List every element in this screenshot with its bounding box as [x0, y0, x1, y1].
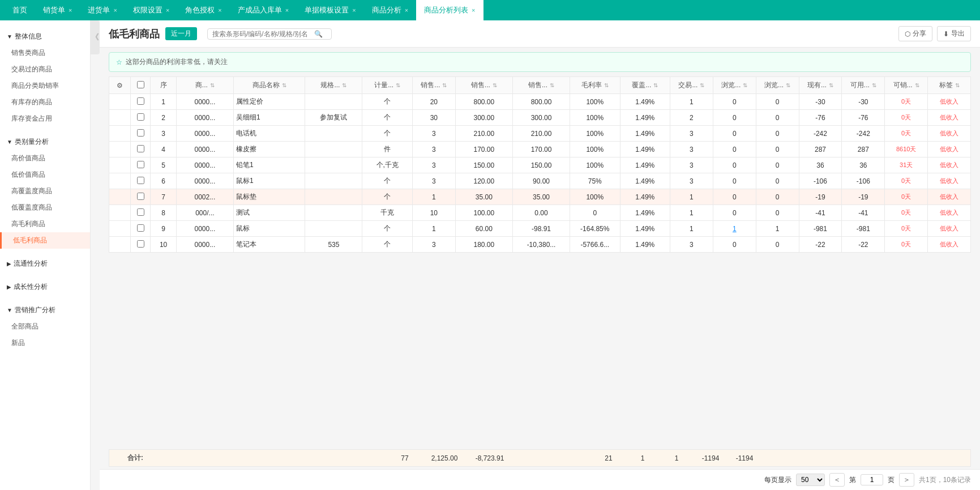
select-all-checkbox[interactable] [137, 81, 144, 88]
sidebar-item-low-margin[interactable]: 低毛利商品 [0, 232, 90, 249]
nav-home[interactable]: 首页 [5, 0, 35, 20]
sidebar-item-traded-products[interactable]: 交易过的商品 [0, 61, 90, 78]
cell-trade-times: 2 [670, 110, 713, 126]
cell-tag: 低收入 [928, 221, 971, 237]
th-checkbox[interactable] [130, 77, 150, 94]
cell-gross-rate: 100% [570, 94, 620, 110]
sidebar-item-capital[interactable]: 库存资金占用 [0, 110, 90, 127]
th-sales-price[interactable]: 销售...⇅ [455, 77, 512, 94]
th-current-stock[interactable]: 现有...⇅ [799, 77, 842, 94]
cell-checkbox[interactable] [130, 157, 150, 173]
sort-icon: ⇅ [550, 82, 554, 88]
page-size-select[interactable]: 50 100 200 [796, 474, 825, 486]
cell-checkbox[interactable] [130, 126, 150, 142]
th-spec[interactable]: 规格...⇅ [305, 77, 362, 94]
sidebar-group-circulation[interactable]: ▶ 流通性分析 [0, 255, 90, 272]
sidebar-group-category[interactable]: ▼ 类别量分析 [0, 134, 90, 150]
cell-checkbox[interactable] [130, 237, 150, 253]
th-available-stock[interactable]: 可用...⇅ [842, 77, 885, 94]
nav-product-analysis[interactable]: 商品分析 × [364, 0, 416, 20]
cell-browse-count[interactable]: 1 [713, 221, 756, 237]
nav-permissions[interactable]: 权限设置 × [125, 0, 177, 20]
cell-checkbox[interactable] [130, 173, 150, 189]
cell-saleable-days: 0天 [885, 126, 928, 142]
sidebar-collapse-button[interactable]: 《 [91, 20, 100, 54]
cell-settings [109, 126, 131, 142]
cell-checkbox[interactable] [130, 142, 150, 157]
sidebar-item-category-sales-rate[interactable]: 商品分类助销率 [0, 78, 90, 94]
th-cover-rate[interactable]: 覆盖...⇅ [620, 77, 670, 94]
sort-icon: ⇅ [342, 82, 346, 88]
page-number-input[interactable] [861, 474, 883, 485]
cell-unit: 个 [362, 189, 412, 205]
close-icon[interactable]: × [113, 7, 117, 14]
close-icon[interactable]: × [218, 7, 221, 14]
th-gross-rate[interactable]: 毛利率⇅ [570, 77, 620, 94]
th-name[interactable]: 商品名称⇅ [233, 77, 305, 94]
cell-checkbox[interactable] [130, 189, 150, 205]
search-icon[interactable]: 🔍 [314, 30, 323, 38]
nav-product-entry[interactable]: 产成品入库单 × [230, 0, 297, 20]
table-row: 10 0000... 笔记本 535 个 3 180.00 -10,380...… [109, 237, 971, 253]
sidebar-item-low-value[interactable]: 低价值商品 [0, 167, 90, 183]
nav-sales[interactable]: 销货单 × [35, 0, 80, 20]
th-settings[interactable]: ⚙ [109, 77, 131, 94]
th-browse-count2[interactable]: 浏览...⇅ [756, 77, 799, 94]
sidebar-item-all-products[interactable]: 全部商品 [0, 318, 90, 335]
close-icon[interactable]: × [285, 7, 289, 14]
cell-sales-qty: 3 [412, 142, 455, 157]
sidebar-item-low-coverage[interactable]: 低覆盖度商品 [0, 199, 90, 216]
header-actions: ⬡ 分享 ⬇ 导出 [898, 26, 971, 41]
close-icon[interactable]: × [405, 7, 408, 14]
sidebar-item-high-margin[interactable]: 高毛利商品 [0, 216, 90, 232]
cell-current-stock: -242 [799, 126, 842, 142]
cell-name: 鼠标垫 [233, 189, 305, 205]
prev-page-button[interactable]: ＜ [829, 473, 845, 487]
cell-checkbox[interactable] [130, 110, 150, 126]
sidebar-group-overall[interactable]: ▼ 整体信息 [0, 28, 90, 45]
sidebar-section-overall: ▼ 整体信息 销售类商品 交易过的商品 商品分类助销率 有库存的商品 库存资金占… [0, 25, 90, 130]
th-tag[interactable]: 标签⇅ [928, 77, 971, 94]
search-input[interactable] [212, 30, 314, 38]
nav-product-analysis-list[interactable]: 商品分析列表 × [416, 0, 483, 20]
th-unit[interactable]: 计量...⇅ [362, 77, 412, 94]
cell-available-stock: 36 [842, 157, 885, 173]
th-sales-amount[interactable]: 销售...⇅ [512, 77, 570, 94]
sidebar-group-growth[interactable]: ▶ 成长性分析 [0, 279, 90, 295]
cell-cover-rate: 1.49% [620, 237, 670, 253]
pagination-bar: 每页显示 50 100 200 ＜ 第 页 ＞ 共1页，10条记录 [100, 469, 980, 490]
time-filter-button[interactable]: 近一月 [165, 27, 197, 40]
nav-purchase[interactable]: 进货单 × [80, 0, 125, 20]
next-page-button[interactable]: ＞ [899, 473, 914, 487]
sort-icon: ⇅ [829, 82, 833, 88]
cell-code: 000/... [176, 205, 233, 221]
th-browse-count[interactable]: 浏览...⇅ [713, 77, 756, 94]
th-sales-qty[interactable]: 销售...⇅ [412, 77, 455, 94]
nav-roles[interactable]: 角色授权 × [177, 0, 229, 20]
close-icon[interactable]: × [472, 7, 475, 14]
cell-saleable-days: 8610天 [885, 142, 928, 157]
cell-name: 吴细细1 [233, 110, 305, 126]
cell-sales-price: 60.00 [455, 221, 512, 237]
close-icon[interactable]: × [352, 7, 356, 14]
sidebar-item-sales-products[interactable]: 销售类商品 [0, 45, 90, 61]
cell-browse-count2: 0 [756, 189, 799, 205]
sidebar-group-marketing[interactable]: ▼ 营销推广分析 [0, 302, 90, 318]
cell-name: 属性定价 [233, 94, 305, 110]
cell-checkbox[interactable] [130, 94, 150, 110]
sidebar-item-in-stock[interactable]: 有库存的商品 [0, 94, 90, 110]
th-code[interactable]: 商...⇅ [176, 77, 233, 94]
share-button[interactable]: ⬡ 分享 [898, 26, 932, 41]
nav-template[interactable]: 单据模板设置 × [297, 0, 363, 20]
th-saleable-days[interactable]: 可销...⇅ [885, 77, 928, 94]
cell-checkbox[interactable] [130, 221, 150, 237]
sidebar-item-new-products[interactable]: 新品 [0, 335, 90, 351]
close-icon[interactable]: × [69, 7, 72, 14]
sidebar-item-high-value[interactable]: 高价值商品 [0, 150, 90, 167]
export-button[interactable]: ⬇ 导出 [937, 26, 971, 41]
sidebar-item-high-coverage[interactable]: 高覆盖度商品 [0, 183, 90, 199]
close-icon[interactable]: × [166, 7, 169, 14]
cell-sales-price: 210.00 [455, 126, 512, 142]
th-trade-times[interactable]: 交易...⇅ [670, 77, 713, 94]
cell-checkbox[interactable] [130, 205, 150, 221]
